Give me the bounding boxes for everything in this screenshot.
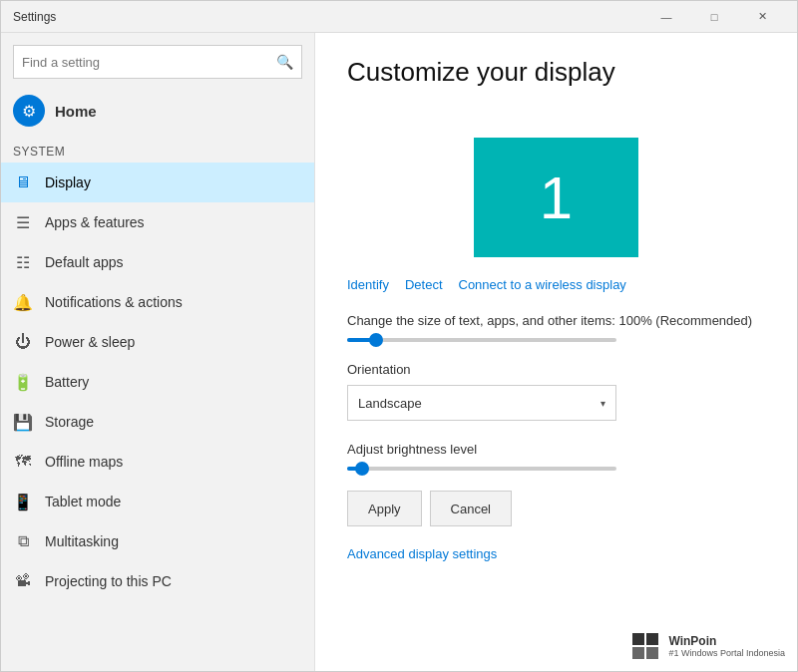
sidebar-item-storage[interactable]: 💾 Storage	[1, 402, 314, 442]
sidebar-item-power-sleep[interactable]: ⏻ Power & sleep	[1, 322, 314, 362]
action-buttons: Apply Cancel	[347, 491, 765, 526]
winpoint-logo	[632, 633, 660, 659]
window-controls: — □ ✕	[643, 1, 785, 33]
sidebar: 🔍 ⚙ Home System 🖥 Display ☰ Apps & featu…	[1, 33, 315, 671]
monitor-display: 1	[474, 138, 638, 257]
orientation-section: Orientation Landscape ▾	[347, 362, 765, 421]
connect-link[interactable]: Connect to a wireless display	[459, 277, 626, 292]
monitor-preview: 1	[347, 108, 765, 277]
logo-sq-3	[632, 647, 644, 659]
cancel-button[interactable]: Cancel	[430, 491, 512, 526]
orientation-label: Orientation	[347, 362, 765, 377]
advanced-display-link[interactable]: Advanced display settings	[347, 546, 497, 561]
apply-button[interactable]: Apply	[347, 491, 422, 526]
text-size-section: Change the size of text, apps, and other…	[347, 312, 765, 342]
minimize-button[interactable]: —	[643, 1, 689, 33]
search-icon: 🔍	[276, 54, 293, 70]
logo-sq-1	[632, 633, 644, 645]
sidebar-item-offline-maps[interactable]: 🗺 Offline maps	[1, 442, 314, 482]
sidebar-item-apps-features[interactable]: ☰ Apps & features	[1, 202, 314, 242]
identify-link[interactable]: Identify	[347, 277, 389, 292]
logo-sq-2	[646, 633, 658, 645]
sidebar-section-system: System	[1, 135, 314, 163]
sidebar-item-battery-label: Battery	[45, 374, 89, 390]
default-apps-icon: ☷	[13, 252, 33, 272]
sidebar-item-projecting[interactable]: 📽 Projecting to this PC	[1, 561, 314, 601]
page-title: Customize your display	[347, 57, 765, 88]
logo-sq-4	[646, 647, 658, 659]
tablet-icon: 📱	[13, 492, 33, 511]
brightness-slider-thumb[interactable]	[355, 462, 369, 476]
watermark-text-block: WinPoin #1 Windows Portal Indonesia	[668, 634, 785, 658]
chevron-down-icon: ▾	[600, 398, 605, 409]
notifications-icon: 🔔	[13, 292, 33, 312]
brightness-label: Adjust brightness level	[347, 441, 765, 459]
sidebar-item-multitasking[interactable]: ⧉ Multitasking	[1, 521, 314, 561]
multitasking-icon: ⧉	[13, 531, 33, 551]
maps-icon: 🗺	[13, 452, 33, 472]
sidebar-item-notifications[interactable]: 🔔 Notifications & actions	[1, 282, 314, 322]
main-content: 🔍 ⚙ Home System 🖥 Display ☰ Apps & featu…	[1, 33, 797, 671]
sidebar-item-projecting-label: Projecting to this PC	[45, 573, 172, 589]
apps-icon: ☰	[13, 212, 33, 232]
battery-icon: 🔋	[13, 372, 33, 392]
projecting-icon: 📽	[13, 571, 33, 591]
brightness-slider-track[interactable]	[347, 467, 616, 471]
sidebar-item-storage-label: Storage	[45, 414, 94, 430]
monitor-number: 1	[540, 164, 573, 232]
maximize-button[interactable]: □	[691, 1, 737, 33]
orientation-value: Landscape	[358, 396, 422, 411]
text-size-slider-thumb[interactable]	[369, 333, 383, 347]
settings-window: Settings — □ ✕ 🔍 ⚙ Home System 🖥	[0, 0, 798, 672]
sidebar-item-notifications-label: Notifications & actions	[45, 294, 183, 310]
sidebar-item-battery[interactable]: 🔋 Battery	[1, 362, 314, 402]
sidebar-item-power-label: Power & sleep	[45, 334, 135, 350]
power-icon: ⏻	[13, 332, 33, 352]
sidebar-item-tablet-label: Tablet mode	[45, 494, 121, 509]
home-label: Home	[55, 103, 97, 120]
close-button[interactable]: ✕	[739, 1, 785, 33]
search-input[interactable]	[22, 55, 276, 70]
sidebar-item-display[interactable]: 🖥 Display	[1, 163, 314, 202]
sidebar-item-default-apps[interactable]: ☷ Default apps	[1, 242, 314, 282]
display-links: Identify Detect Connect to a wireless di…	[347, 277, 765, 292]
advanced-link-container: Advanced display settings	[347, 546, 765, 561]
home-gear-icon: ⚙	[13, 95, 45, 127]
brand-name: WinPoin	[668, 634, 785, 648]
titlebar: Settings — □ ✕	[1, 1, 797, 33]
sidebar-item-apps-label: Apps & features	[45, 214, 145, 230]
storage-icon: 💾	[13, 412, 33, 432]
window-title: Settings	[13, 10, 56, 24]
brand-tagline: #1 Windows Portal Indonesia	[668, 648, 785, 658]
sidebar-item-multitasking-label: Multitasking	[45, 533, 119, 549]
sidebar-item-maps-label: Offline maps	[45, 454, 123, 470]
text-size-label: Change the size of text, apps, and other…	[347, 312, 765, 330]
search-box[interactable]: 🔍	[13, 45, 302, 79]
sidebar-home[interactable]: ⚙ Home	[1, 87, 314, 135]
detect-link[interactable]: Detect	[405, 277, 443, 292]
text-size-slider-track[interactable]	[347, 338, 616, 342]
orientation-dropdown[interactable]: Landscape ▾	[347, 385, 616, 421]
sidebar-item-tablet-mode[interactable]: 📱 Tablet mode	[1, 482, 314, 521]
display-icon: 🖥	[13, 172, 33, 192]
brightness-section: Adjust brightness level	[347, 441, 765, 471]
content-panel: Customize your display 1 Identify Detect…	[315, 33, 797, 671]
sidebar-item-default-apps-label: Default apps	[45, 254, 124, 270]
watermark: WinPoin #1 Windows Portal Indonesia	[632, 633, 785, 659]
sidebar-item-display-label: Display	[45, 174, 91, 190]
